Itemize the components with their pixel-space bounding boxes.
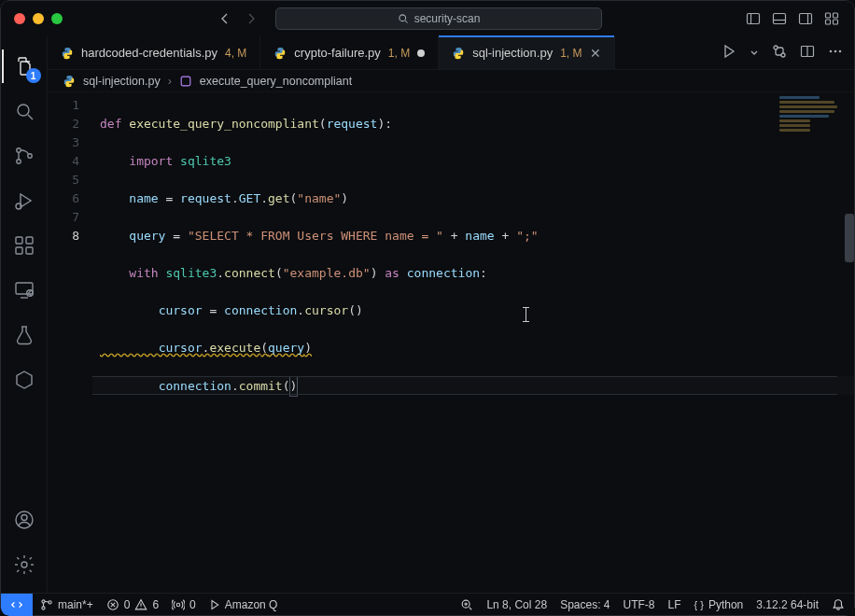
eol-status[interactable]: LF <box>668 598 681 611</box>
split-editor-button[interactable] <box>800 44 815 63</box>
breadcrumb[interactable]: sql-injection.py › execute_query_noncomp… <box>48 70 854 92</box>
titlebar: security-scan <box>1 1 854 36</box>
maximize-window-button[interactable] <box>51 13 63 24</box>
notifications-button[interactable] <box>832 598 845 611</box>
svg-point-34 <box>176 603 180 607</box>
tab-sql-injection[interactable]: sql-injection.py 1, M ✕ <box>439 36 614 69</box>
remote-indicator-button[interactable] <box>1 594 33 616</box>
cursor-position-status[interactable]: Ln 8, Col 28 <box>486 598 547 611</box>
testing-view-button[interactable] <box>2 313 47 357</box>
editor-actions <box>710 36 854 69</box>
svg-point-30 <box>42 599 45 602</box>
svg-rect-15 <box>26 247 33 254</box>
svg-point-0 <box>399 15 406 21</box>
amazon-q-view-button[interactable] <box>2 357 47 402</box>
tab-filename: sql-injection.py <box>472 46 553 60</box>
function-icon <box>179 75 192 88</box>
svg-point-23 <box>774 46 778 49</box>
svg-rect-14 <box>16 247 22 254</box>
breadcrumb-file: sql-injection.py <box>83 75 161 88</box>
svg-point-21 <box>21 562 27 567</box>
explorer-badge: 1 <box>26 68 41 83</box>
search-icon <box>398 13 409 24</box>
python-icon <box>273 47 287 60</box>
search-view-button[interactable] <box>2 89 47 133</box>
accounts-button[interactable] <box>2 497 47 542</box>
minimap[interactable] <box>779 96 850 133</box>
extensions-view-button[interactable] <box>2 223 47 268</box>
svg-rect-17 <box>16 283 33 294</box>
svg-point-10 <box>16 160 20 163</box>
python-interpreter-status[interactable]: 3.12.2 64-bit <box>756 598 819 611</box>
svg-rect-1 <box>748 14 760 24</box>
layout-controls <box>746 11 847 26</box>
text-cursor-icon <box>526 307 526 322</box>
svg-point-27 <box>834 49 837 52</box>
svg-point-9 <box>16 148 20 152</box>
tab-meta: 4, M <box>225 47 246 60</box>
command-center[interactable]: security-scan <box>275 7 602 30</box>
svg-rect-7 <box>834 20 838 24</box>
panel-left-icon[interactable] <box>746 11 761 26</box>
svg-rect-4 <box>826 13 831 18</box>
svg-rect-6 <box>826 20 831 24</box>
tab-crypto-failure[interactable]: crypto-failure.py 1, M <box>260 36 439 69</box>
customize-layout-icon[interactable] <box>824 11 839 26</box>
zoom-status[interactable] <box>460 598 473 611</box>
more-actions-button[interactable] <box>828 44 843 63</box>
svg-point-24 <box>781 53 785 57</box>
close-window-button[interactable] <box>14 13 25 24</box>
explorer-view-button[interactable]: 1 <box>2 44 47 89</box>
editor-window: security-scan 1 <box>0 0 855 616</box>
minimize-window-button[interactable] <box>33 13 44 24</box>
command-center-text: security-scan <box>414 12 481 25</box>
amazon-q-status[interactable]: Amazon Q <box>209 598 278 611</box>
settings-button[interactable] <box>2 542 47 587</box>
overview-ruler[interactable] <box>845 214 854 262</box>
svg-point-26 <box>830 49 833 52</box>
svg-rect-29 <box>181 77 190 86</box>
svg-rect-3 <box>800 14 812 24</box>
svg-rect-5 <box>834 13 838 18</box>
nav-arrows <box>217 11 259 26</box>
code-content[interactable]: def execute_query_noncompliant(request):… <box>92 92 854 593</box>
remote-explorer-button[interactable] <box>2 268 47 313</box>
tab-meta: 1, M <box>388 47 410 60</box>
svg-rect-13 <box>16 237 22 244</box>
python-icon <box>452 47 465 60</box>
indentation-status[interactable]: Spaces: 4 <box>560 598 610 611</box>
encoding-status[interactable]: UTF-8 <box>624 598 655 611</box>
editor-viewport[interactable]: 1 2 3 4 5 6 7 8 def execute_query_noncom… <box>48 92 854 593</box>
run-file-button[interactable] <box>722 44 736 63</box>
window-controls <box>14 13 63 24</box>
tab-filename: hardcoded-credentials.py <box>81 46 217 60</box>
language-mode-status[interactable]: { } Python <box>694 598 744 611</box>
activity-bar: 1 <box>1 36 48 593</box>
run-dropdown-button[interactable] <box>750 45 759 62</box>
panel-right-icon[interactable] <box>798 11 813 26</box>
nav-back-button[interactable] <box>217 11 232 26</box>
python-icon <box>61 47 74 60</box>
svg-point-8 <box>18 105 29 116</box>
compare-changes-button[interactable] <box>772 44 787 63</box>
tab-hardcoded-credentials[interactable]: hardcoded-credentials.py 4, M <box>48 36 260 69</box>
svg-point-28 <box>839 49 842 52</box>
line-number-gutter: 1 2 3 4 5 6 7 8 <box>48 92 92 593</box>
python-icon <box>63 75 76 88</box>
nav-forward-button[interactable] <box>244 11 259 26</box>
git-branch-status[interactable]: main*+ <box>40 598 93 611</box>
tab-meta: 1, M <box>560 47 582 60</box>
branch-name: main*+ <box>58 598 93 611</box>
problems-status[interactable]: 0 6 <box>106 598 159 611</box>
panel-bottom-icon[interactable] <box>772 11 787 26</box>
ports-status[interactable]: 0 <box>172 598 196 611</box>
svg-point-31 <box>42 606 45 609</box>
editor-tabs: hardcoded-credentials.py 4, M crypto-fai… <box>48 36 854 70</box>
svg-point-20 <box>21 515 27 521</box>
editor-group: hardcoded-credentials.py 4, M crypto-fai… <box>48 36 854 593</box>
scm-view-button[interactable] <box>2 133 47 178</box>
run-debug-view-button[interactable] <box>2 178 47 223</box>
close-tab-button[interactable]: ✕ <box>590 46 601 61</box>
svg-rect-2 <box>774 14 786 24</box>
tab-filename: crypto-failure.py <box>294 46 380 60</box>
